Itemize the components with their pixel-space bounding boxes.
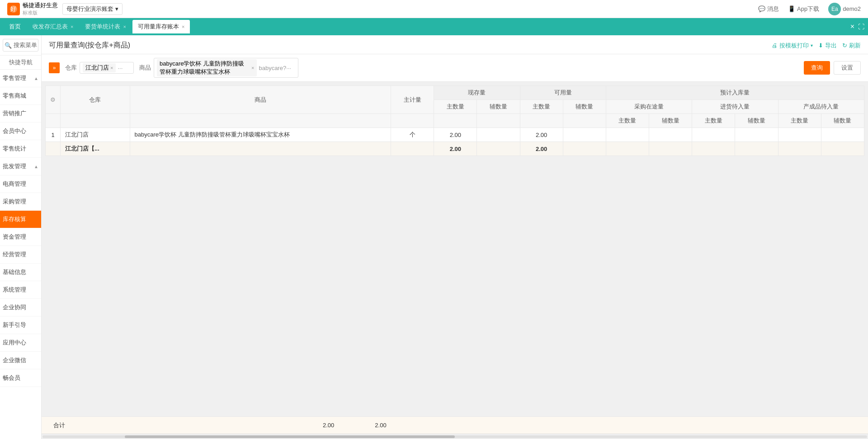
user-area[interactable]: Ea demo2 bbox=[828, 3, 861, 15]
column-settings-icon[interactable]: ⚙ bbox=[50, 96, 56, 103]
query-button[interactable]: 查询 bbox=[804, 61, 830, 75]
table-wrapper: ⚙ 仓库 商品 主计量 现存量 可用量 预计入库量 主数量 辅数量 主数量 辅数… bbox=[42, 82, 868, 416]
sidebar-item-wholesale-mgmt[interactable]: 批发管理 ▲ bbox=[0, 158, 41, 175]
sidebar-item-retail-stats[interactable]: 零售统计 bbox=[0, 140, 41, 158]
filter-toggle-btn[interactable]: » bbox=[49, 62, 60, 73]
header-right: 💬 消息 📱 App下载 Ea demo2 bbox=[758, 3, 861, 15]
product-tag-delete[interactable]: × bbox=[251, 65, 254, 71]
logo-icon: 好 bbox=[7, 3, 20, 15]
tab-order-close[interactable]: × bbox=[123, 24, 126, 29]
horizontal-scrollbar[interactable] bbox=[42, 434, 868, 439]
tab-available-stock[interactable]: 可用量库存账本 × bbox=[132, 20, 190, 33]
warehouse-input[interactable]: 江北门店 × ··· bbox=[80, 62, 134, 74]
tab-receive-close[interactable]: × bbox=[71, 24, 73, 29]
sidebar: 🔍 搜索菜单 快捷导航 零售管理 ▲ 零售商城 营销推广 会员中心 零售统计 批… bbox=[0, 35, 42, 439]
row-inc-main bbox=[692, 128, 735, 142]
product-label: 商品 bbox=[139, 64, 151, 72]
product-input[interactable]: babycare学饮杯 儿童防摔防撞吸管杯重力球吸嘴杯宝宝水杯 × babyca… bbox=[154, 58, 298, 78]
sidebar-item-member-center[interactable]: 会员中心 bbox=[0, 123, 41, 140]
subtotal-current-main: 2.00 bbox=[434, 142, 477, 156]
row-inc-aux bbox=[735, 128, 778, 142]
product-more[interactable]: babycare?··· bbox=[259, 65, 291, 71]
sidebar-item-retail-mgmt[interactable]: 零售管理 ▲ bbox=[0, 70, 41, 87]
industry-label: 母婴行业演示账套 bbox=[66, 5, 113, 13]
app-download-icon: 📱 bbox=[788, 5, 795, 12]
print-arrow: ▾ bbox=[811, 43, 813, 48]
th-product: 商品 bbox=[130, 86, 391, 114]
sidebar-item-app-center[interactable]: 应用中心 bbox=[0, 334, 41, 352]
print-label: 按模板打印 bbox=[779, 42, 809, 50]
close-all-btn[interactable]: × bbox=[850, 23, 854, 31]
th-forecast-in: 预计入库量 bbox=[606, 86, 864, 100]
search-menu-btn[interactable]: 🔍 搜索菜单 bbox=[3, 39, 38, 52]
total-label: 合计 bbox=[49, 421, 70, 430]
settings-button[interactable]: 设置 bbox=[834, 61, 861, 75]
refresh-icon: ↻ bbox=[842, 42, 847, 49]
sidebar-item-retail-mall[interactable]: 零售商城 bbox=[0, 87, 41, 105]
tab-home[interactable]: 首页 bbox=[4, 20, 26, 33]
print-btn[interactable]: 🖨 按模板打印 ▾ bbox=[772, 42, 813, 50]
warehouse-tag-delete[interactable]: × bbox=[110, 65, 113, 71]
sidebar-item-inventory[interactable]: 库存核算 bbox=[0, 211, 41, 228]
th-avail-aux: 辅数量 bbox=[563, 100, 606, 114]
page-actions: 🖨 按模板打印 ▾ ⬇ 导出 ↻ 刷新 bbox=[772, 42, 861, 50]
message-btn[interactable]: 💬 消息 bbox=[758, 5, 779, 13]
sidebar-item-marketing[interactable]: 营销推广 bbox=[0, 105, 41, 123]
content-area: 可用量查询(按仓库+商品) 🖨 按模板打印 ▾ ⬇ 导出 ↻ 刷新 » bbox=[42, 35, 868, 439]
subtotal-avail-main: 2.00 bbox=[520, 142, 563, 156]
row-avail-main: 2.00 bbox=[520, 128, 563, 142]
sidebar-item-enterprise[interactable]: 企业协同 bbox=[0, 299, 41, 316]
th-purchase-transit: 采购在途量 bbox=[606, 100, 692, 114]
export-label: 导出 bbox=[825, 42, 837, 50]
th-warehouse: 仓库 bbox=[61, 86, 130, 114]
subtotal-warehouse: 江北门店【... bbox=[61, 142, 130, 156]
th-current-main: 主数量 bbox=[434, 100, 477, 114]
sidebar-item-operations[interactable]: 经营管理 bbox=[0, 246, 41, 264]
sidebar-item-member-program[interactable]: 畅会员 bbox=[0, 369, 41, 387]
page-header: 可用量查询(按仓库+商品) 🖨 按模板打印 ▾ ⬇ 导出 ↻ 刷新 bbox=[42, 35, 868, 54]
avatar: Ea bbox=[828, 3, 841, 15]
sidebar-item-system[interactable]: 系统管理 bbox=[0, 281, 41, 299]
sidebar-item-finance[interactable]: 资金管理 bbox=[0, 228, 41, 246]
top-header: 好 畅捷通好生意 标准版 母婴行业演示账套 ▾ 💬 消息 📱 App下载 Ea … bbox=[0, 0, 868, 18]
th-settings[interactable]: ⚙ bbox=[46, 86, 61, 114]
filter-bar: » 仓库 江北门店 × ··· 商品 babycare学饮杯 儿童防摔防撞吸管杯… bbox=[42, 54, 868, 82]
warehouse-tag: 江北门店 × bbox=[83, 63, 116, 72]
sidebar-item-wecom[interactable]: 企业微信 bbox=[0, 352, 41, 369]
filter-actions: 查询 设置 bbox=[804, 61, 861, 75]
row-current-aux bbox=[477, 128, 520, 142]
sidebar-item-tutorial[interactable]: 新手引导 bbox=[0, 316, 41, 334]
row-pur-main bbox=[606, 128, 649, 142]
row-no: 1 bbox=[46, 128, 61, 142]
th-prod-main: 主数量 bbox=[778, 114, 821, 128]
export-icon: ⬇ bbox=[818, 42, 823, 49]
logo-area: 好 畅捷通好生意 标准版 bbox=[7, 1, 58, 16]
industry-selector[interactable]: 母婴行业演示账套 ▾ bbox=[62, 3, 123, 15]
sidebar-item-basic-info[interactable]: 基础信息 bbox=[0, 264, 41, 281]
th-pur-aux: 辅数量 bbox=[649, 114, 692, 128]
tab-receive-summary[interactable]: 收发存汇总表 × bbox=[27, 20, 79, 33]
quick-nav-btn[interactable]: 快捷导航 bbox=[0, 56, 41, 70]
tab-order-label: 要货单统计表 bbox=[85, 23, 120, 31]
sidebar-item-purchase[interactable]: 采购管理 bbox=[0, 193, 41, 211]
maximize-btn[interactable]: ⛶ bbox=[858, 23, 864, 30]
tab-order-stats[interactable]: 要货单统计表 × bbox=[80, 20, 131, 33]
warehouse-label: 仓库 bbox=[65, 64, 77, 72]
tab-available-close[interactable]: × bbox=[182, 24, 184, 29]
app-title: 畅捷通好生意 bbox=[23, 1, 58, 9]
scroll-thumb[interactable] bbox=[125, 435, 455, 438]
sidebar-item-ecommerce[interactable]: 电商管理 bbox=[0, 175, 41, 193]
tab-available-label: 可用量库存账本 bbox=[138, 23, 179, 31]
refresh-btn[interactable]: ↻ 刷新 bbox=[842, 42, 861, 50]
th-prod-aux: 辅数量 bbox=[821, 114, 864, 128]
product-tag1: babycare学饮杯 儿童防摔防撞吸管杯重力球吸嘴杯宝宝水杯 × bbox=[157, 59, 257, 76]
chevron-down-icon: ▾ bbox=[115, 5, 118, 12]
header-left: 好 畅捷通好生意 标准版 母婴行业演示账套 ▾ bbox=[7, 1, 123, 16]
th-production-pending: 产成品待入量 bbox=[778, 100, 864, 114]
nav-tabs-bar: 首页 收发存汇总表 × 要货单统计表 × 可用量库存账本 × × ⛶ bbox=[0, 18, 868, 35]
nav-tabs-actions: × ⛶ bbox=[850, 23, 864, 31]
export-btn[interactable]: ⬇ 导出 bbox=[818, 42, 837, 50]
download-btn[interactable]: 📱 App下载 bbox=[788, 5, 819, 13]
row-product: babycare学饮杯 儿童防摔防撞吸管杯重力球吸嘴杯宝宝水杯 bbox=[130, 128, 391, 142]
warehouse-more[interactable]: ··· bbox=[118, 65, 123, 71]
